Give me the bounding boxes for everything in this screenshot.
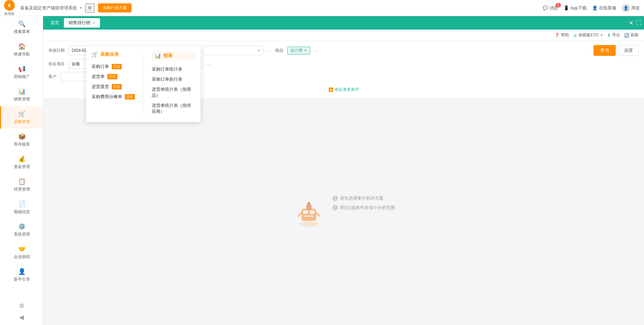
dropdown-report-title: 📊 报表 xyxy=(152,51,195,60)
top-bar: 6 标准版 装备及固定资产辅助管理系统 ▼ ⚙ 体验行业方案 💬 消息 5 📱 … xyxy=(0,0,644,16)
logo-subtext: 标准版 xyxy=(4,11,14,16)
message-btn[interactable]: 💬 消息 5 xyxy=(543,5,558,11)
dropdown-purchase-title: 🛒 采购业务 xyxy=(92,51,135,57)
report-col-icon: 📊 xyxy=(154,52,161,59)
tab-bar-right: ✕ ⛶ xyxy=(629,20,641,26)
tab-home[interactable]: 首页 xyxy=(46,18,64,28)
status-select[interactable]: ▼ xyxy=(203,46,263,55)
svg-rect-6 xyxy=(304,215,314,217)
tab-close-window-icon[interactable]: ✕ xyxy=(629,20,633,26)
content-area: 首页 销售排行榜 ✕ ✕ ⛶ ❓ 帮助 🖨 按模板 xyxy=(43,16,644,325)
tab-close-icon[interactable]: ✕ xyxy=(93,21,95,25)
dropdown-purchase-receive[interactable]: 进货单 历史 xyxy=(92,72,135,82)
help-icon: ❓ xyxy=(554,33,560,38)
trial-btn[interactable]: 体验行业方案 xyxy=(98,3,132,12)
tab-sales-ranking[interactable]: 销售排行榜 ✕ xyxy=(64,18,100,28)
bottom-settings-icon[interactable]: ⚙ xyxy=(19,302,24,310)
print-btn[interactable]: 🖨 按模板打印 ▼ xyxy=(573,32,603,38)
dropdown-report-order-exec[interactable]: 采购订单执行表 xyxy=(152,74,195,84)
sidebar-item-quick-nav[interactable]: 🏠 快捷导航 xyxy=(0,39,43,61)
dropdown-report-order-stat[interactable]: 采购订单统计表 xyxy=(152,64,195,74)
purchase-col-icon: 🛒 xyxy=(92,51,98,57)
dropdown-report-receive-supplier[interactable]: 进货单统计表（按供应商） xyxy=(152,100,195,117)
system-icon: ⚙️ xyxy=(18,223,26,230)
dropdown-purchase-cost[interactable]: 采购费用分摊单 历史 xyxy=(92,92,135,102)
goods-label: 商品 xyxy=(275,48,283,53)
settings-icon-btn[interactable]: ⚙ xyxy=(85,3,95,13)
rank-label: 排名项目 xyxy=(48,61,65,67)
svg-text:6: 6 xyxy=(8,2,11,8)
dropdown-divider xyxy=(143,51,144,117)
sidebar-item-basic-info[interactable]: 📄 基础信息 xyxy=(0,196,43,219)
tab-maximize-icon[interactable]: ⛶ xyxy=(636,20,641,26)
status-dots[interactable]: ··· xyxy=(267,48,271,53)
goods-dots[interactable]: ··· xyxy=(314,48,318,53)
user-avatar: 👤 xyxy=(622,4,630,12)
sidebar-item-operation[interactable]: 📋 经营管理 xyxy=(0,174,43,196)
print-icon: 🖨 xyxy=(573,33,577,38)
svg-rect-4 xyxy=(303,210,308,214)
refresh-btn[interactable]: 🔄 刷新 xyxy=(624,32,639,38)
svg-rect-7 xyxy=(306,205,312,209)
set-btn[interactable]: 设置 xyxy=(618,45,639,56)
logo-area: 6 标准版 xyxy=(4,0,15,16)
message-badge: 5 xyxy=(556,3,561,7)
export-btn[interactable]: ⬆ 导出 xyxy=(607,32,620,38)
newbie-icon: 👤 xyxy=(18,268,26,275)
basic-info-icon: 📄 xyxy=(18,200,26,208)
history-badge-2: 历史 xyxy=(112,84,122,89)
purchase-icon: 🛒 xyxy=(18,110,26,118)
funds-icon: 💰 xyxy=(18,155,26,163)
dropdown-purchase-order[interactable]: 采购订单 历史 xyxy=(92,62,135,72)
app-download-btn[interactable]: 📱 App下载 xyxy=(564,5,587,11)
history-badge-3: 历史 xyxy=(125,94,135,99)
user-btn[interactable]: 👤 用友 xyxy=(622,4,640,12)
svg-point-8 xyxy=(307,202,311,205)
inventory-icon: 📦 xyxy=(18,133,26,140)
sidebar-item-enterprise[interactable]: 🤝 企业协同 xyxy=(0,241,43,264)
collapse-btn[interactable]: 🔼 收起更多条件 xyxy=(328,85,359,94)
salesperson-dots[interactable]: ··· xyxy=(207,62,211,67)
svg-line-10 xyxy=(316,213,320,216)
online-service-btn[interactable]: 👤 在线客服 xyxy=(592,5,616,11)
sidebar-item-purchase[interactable]: 🛒 采购管理 xyxy=(0,106,43,129)
svg-rect-5 xyxy=(310,210,315,214)
dropdown-report-col: 📊 报表 采购订单统计表 采购订单执行表 进货单统计表（按商品） 进货单统计表（… xyxy=(152,51,195,117)
marketing-icon: 📢 xyxy=(18,65,26,73)
sidebar-item-system[interactable]: ⚙️ 系统管理 xyxy=(0,219,43,241)
goods-tag-close[interactable]: ✕ xyxy=(304,48,307,53)
date-label: 单据日期 xyxy=(48,48,65,53)
content-header: ❓ 帮助 🖨 按模板打印 ▼ ⬆ 导出 🔄 刷新 xyxy=(43,30,644,41)
export-icon: ⬆ xyxy=(607,33,611,38)
app-container: 6 标准版 装备及固定资产辅助管理系统 ▼ ⚙ 体验行业方案 💬 消息 5 📱 … xyxy=(0,0,644,325)
empty-icon xyxy=(292,195,326,229)
top-right: 💬 消息 5 📱 App下载 👤 在线客服 👤 用友 xyxy=(543,4,640,12)
sidebar-item-search[interactable]: 🔍 搜索菜单 xyxy=(0,16,43,39)
history-badge-1: 历史 xyxy=(107,74,117,79)
operation-icon: 📋 xyxy=(18,178,26,185)
sidebar-item-newbie[interactable]: 👤 新手引导 xyxy=(0,264,43,286)
sidebar-item-sales[interactable]: 📊 销售管理 xyxy=(0,84,43,106)
sidebar-item-funds[interactable]: 💰 资金管理 xyxy=(0,151,43,174)
service-icon: 👤 xyxy=(592,5,598,10)
search-btn[interactable]: 查询 xyxy=(594,45,616,56)
help-btn[interactable]: ❓ 帮助 xyxy=(554,32,569,38)
dropdown-report-receive-goods[interactable]: 进货单统计表（按商品） xyxy=(152,84,195,100)
home-icon: 🏠 xyxy=(18,43,26,50)
empty-hint-1: 1 请先选择要分析的方案 xyxy=(332,195,395,201)
system-title-arrow[interactable]: ▼ xyxy=(79,6,82,10)
sidebar-item-marketing[interactable]: 📢 营销推广 xyxy=(0,61,43,84)
enterprise-icon: 🤝 xyxy=(18,245,26,253)
status-arrow: ▼ xyxy=(257,49,260,52)
sidebar-item-inventory[interactable]: 📦 库存核算 xyxy=(0,129,43,151)
collapse-icon: 🔼 xyxy=(328,87,333,92)
svg-point-2 xyxy=(299,221,318,227)
collapse-sidebar-icon[interactable]: ◀ xyxy=(19,314,24,321)
message-icon: 💬 xyxy=(543,5,548,10)
dropdown-purchase-return[interactable]: 进货退货 历史 xyxy=(92,82,135,92)
history-badge-0: 历史 xyxy=(112,64,122,69)
empty-hint-2: 2 用[过滤]条件来缩小分析范围 xyxy=(332,205,395,211)
print-arrow[interactable]: ▼ xyxy=(600,33,603,37)
refresh-icon: 🔄 xyxy=(624,33,629,38)
goods-tag: 设计费 ✕ xyxy=(287,47,310,54)
